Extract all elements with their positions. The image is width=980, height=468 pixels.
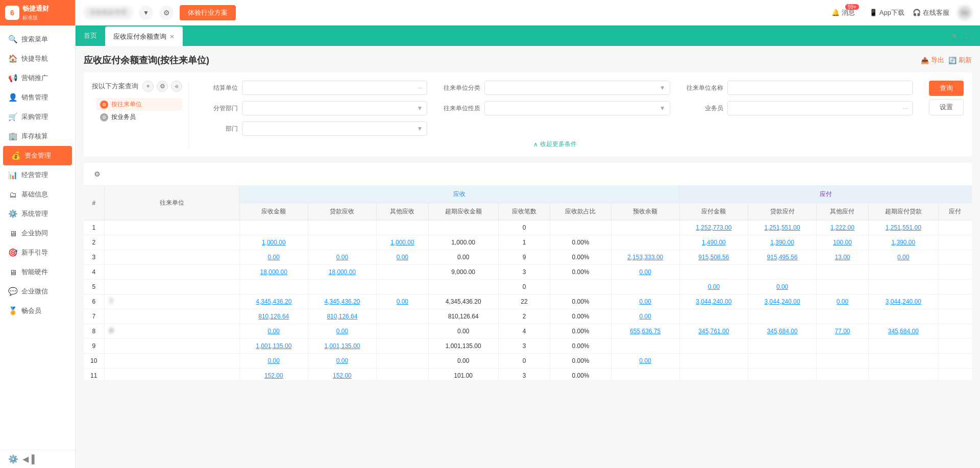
purchase-icon: 🛒 [8,112,17,121]
salesman-input[interactable]: ··· [727,101,913,115]
scheme-list: ⚙ 按往来单位 ⚙ 按业务员 [96,98,182,124]
tab-close-icon[interactable]: ✕ [169,33,175,40]
th-ar-count: 应收笔数 [498,203,550,220]
data-table-container: ⚙ # 往来单位 应收 应付 应收金额 [84,163,972,380]
settings-query-btn[interactable]: 设置 [929,99,964,115]
guide-icon: 🎯 [8,248,17,257]
notification-item[interactable]: 🔔 消息 99+ [831,8,855,17]
add-scheme-btn[interactable]: + [142,81,154,92]
app-download-icon: 📱 [869,9,877,16]
app-download-label: App下载 [879,8,904,17]
table-row: 100.000.000.0000.00%0.00 [84,354,972,368]
sidebar-item-search-menu[interactable]: 🔍 搜索菜单 [0,30,75,49]
sidebar-item-purchase[interactable]: 🛒 采购管理 [0,107,75,127]
search-panel-header: 按以下方案查询 + ⚙ « [92,81,182,92]
dept-label: 部门 [197,125,238,133]
th-ap-amount: 应付金额 [679,203,748,220]
sidebar-item-member[interactable]: 🏅 畅会员 [0,301,75,321]
tab-ar-label: 应收应付余额查询 [113,32,166,41]
partner-category-input[interactable]: ▼ [484,81,670,95]
th-ap-overdue: 超期应付贷款 [868,203,938,220]
search-icon: 🔍 [8,35,17,44]
collapse-sidebar-icon[interactable]: ◀▐ [22,454,34,464]
search-actions: 查询 设置 [921,81,964,149]
sidebar-bottom: ⚙️ ◀▐ [0,450,75,468]
dots-icon: ··· [418,84,423,91]
nav-dropdown-btn[interactable]: ▼ [139,6,153,20]
sidebar-item-guide[interactable]: 🎯 新手引导 [0,243,75,262]
app-download-item[interactable]: 📱 App下载 [869,8,904,17]
sidebar-item-marketing[interactable]: 📢 营销推广 [0,68,75,88]
trial-btn[interactable]: 体验行业方案 [180,5,236,20]
search-form-area: 结算单位 ··· 往来单位分类 ▼ [197,81,913,149]
scheme-item-salesman[interactable]: ⚙ 按业务员 [96,111,182,124]
refresh-btn[interactable]: 🔄 刷新 [948,56,972,65]
search-panel: 按以下方案查询 + ⚙ « ⚙ 按往来单位 [84,72,972,157]
dropdown-icon-2: ▼ [416,105,423,112]
table-row: 500.000.00 [84,280,972,294]
th-ar-loan: 贷款应收 [308,203,376,220]
sidebar-item-basic-info[interactable]: 🗂 基础信息 [0,185,75,204]
basic-info-icon: 🗂 [8,190,17,199]
sidebar-item-inventory[interactable]: 🏢 库存核算 [0,127,75,146]
refresh-icon: 🔄 [948,57,957,64]
sidebar-item-capital[interactable]: 💰 资金管理 [3,146,72,165]
enterprise-icon: 🖥 [8,229,17,238]
topbar-settings-btn[interactable]: ⚙ [159,6,174,20]
form-row-partner-category: 往来单位分类 ▼ [439,81,670,95]
sidebar-item-system[interactable]: ⚙️ 系统管理 [0,204,75,224]
edit-scheme-btn[interactable]: ⚙ [157,81,168,92]
dept-input[interactable]: ▼ [242,121,427,136]
query-btn[interactable]: 查询 [929,81,964,96]
sidebar-item-wechat[interactable]: 💬 企业微信 [0,282,75,301]
sidebar-item-sales[interactable]: 👤 销售管理 [0,88,75,107]
app-logo: 6 畅捷通财 标准版 [0,0,75,26]
export-btn[interactable]: 📤 导出 [921,56,944,65]
sidebar-item-quick-nav[interactable]: 🏠 快捷导航 [0,49,75,68]
tab-home[interactable]: 首页 [76,26,105,46]
sidebar-item-operations[interactable]: 📊 经营管理 [0,165,75,185]
table-settings-btn[interactable]: ⚙ [90,167,104,181]
form-row-dept: 部门 ▼ [197,121,427,136]
capital-icon: 💰 [11,151,20,160]
department-input[interactable]: ▼ [242,101,427,115]
hardware-icon: 🖥 [8,267,17,277]
collapse-scheme-btn[interactable]: « [171,81,182,92]
partner-name-input[interactable] [727,81,913,95]
th-ar-amount: 应收金额 [239,203,308,220]
partner-name-label: 往来单位名称 [682,84,723,92]
th-ap-loan: 贷款应付 [748,203,816,220]
user-info[interactable]: Rit [958,6,972,20]
form-row-partner-nature: 往来单位性质 ▼ [439,101,670,115]
tab-ar-balance[interactable]: 应收应付余额查询 ✕ [105,27,183,47]
collapse-conditions-btn[interactable]: ∧ 收起更多条件 [197,140,913,149]
settings-bottom-icon[interactable]: ⚙️ [8,454,18,464]
scheme-item-partner[interactable]: ⚙ 按往来单位 [96,98,182,111]
window-maximize-btn[interactable]: ⛶ [964,31,974,41]
settlement-input[interactable]: ··· [242,81,427,95]
topbar-right: 🔔 消息 99+ 📱 App下载 🎧 在线客服 Rit [831,6,972,20]
topbar: 应收账款管理 ▼ ⚙ 体验行业方案 🔔 消息 99+ 📱 App下载 🎧 在线客… [76,0,980,26]
export-icon: 📤 [921,57,929,64]
partner-nature-input[interactable]: ▼ [484,101,670,115]
table-row: 11152.00152.00101.0030.00% [84,368,972,380]
window-controls: ✕ ⛶ [949,31,980,41]
table-row: 674,345,436.204,345,436.200.004,345,436.… [84,294,972,309]
table-scroll-area[interactable]: # 往来单位 应收 应付 应收金额 贷款应收 其他应收 超期应收金额 应收笔数 [84,186,972,380]
notification-badge: 99+ [845,4,859,10]
th-partner: 往来单位 [104,186,239,220]
sidebar-menu: 🔍 搜索菜单 🏠 快捷导航 📢 营销推广 👤 销售管理 🛒 采购管理 🏢 [0,26,75,450]
online-service-item[interactable]: 🎧 在线客服 [913,8,949,17]
th-ar-prepay: 预收余额 [611,203,679,220]
window-close-btn[interactable]: ✕ [949,31,960,41]
scheme-salesman-icon: ⚙ [100,113,108,121]
settlement-label: 结算单位 [197,84,238,92]
inventory-icon: 🏢 [8,132,17,141]
notification-icon: 🔔 [831,9,840,16]
page-header: 应收应付余额查询(按往来单位) 📤 导出 🔄 刷新 [84,54,972,66]
search-panel-controls: + ⚙ « [142,81,182,92]
marketing-icon: 📢 [8,73,17,83]
sidebar-item-enterprise[interactable]: 🖥 企业协同 [0,224,75,243]
th-ar-other: 其他应收 [377,203,429,220]
sidebar-item-hardware[interactable]: 🖥 智能硬件 [0,262,75,282]
